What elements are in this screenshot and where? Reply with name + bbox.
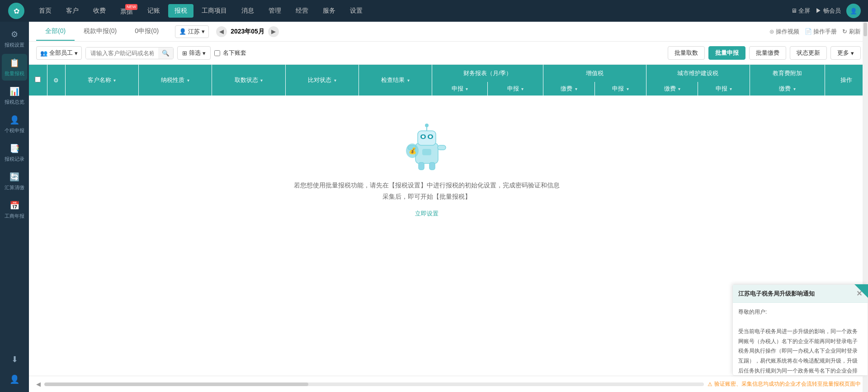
tax-summary-icon: 📊: [9, 86, 20, 97]
batch-fetch-button[interactable]: 批量取数: [668, 46, 705, 60]
filter-icon-check[interactable]: ▾: [407, 78, 410, 83]
th-check-result: 检查结果 ▾: [359, 65, 432, 96]
empty-message: 若您想使用批量报税功能，请先在【报税设置】中进行报税的初始化设置，完成密码验证和…: [291, 180, 562, 202]
next-month-button[interactable]: ▶: [268, 26, 279, 37]
tab-all[interactable]: 全部(0): [36, 23, 75, 41]
sidebar-label-annual-report: 工商年报: [5, 213, 24, 220]
sidebar-item-tax-records[interactable]: 📑 报税记录: [2, 139, 27, 166]
app-logo[interactable]: ✿: [7, 2, 25, 20]
svg-rect-1: [418, 131, 436, 145]
filter-icon-city-pay[interactable]: ▾: [678, 86, 680, 91]
sidebar-item-tax-summary[interactable]: 📊 报税总览: [2, 82, 27, 109]
filter-icon-compare[interactable]: ▾: [334, 78, 336, 83]
nav-settings[interactable]: 设置: [344, 4, 369, 18]
svg-rect-10: [419, 163, 424, 170]
filter-icon-fetch[interactable]: ▾: [260, 78, 263, 83]
nav-message[interactable]: 消息: [235, 4, 260, 18]
top-navigation: ✿ 首页 客户 收费 票据NEW 记账 报税 工商项目 消息 管理 经营 服务 …: [0, 0, 868, 22]
sidebar-item-download[interactable]: ⬇: [2, 350, 27, 368]
tab-tax-declaration[interactable]: 税款申报(0): [75, 23, 126, 41]
current-date: 2023年05月: [231, 28, 264, 36]
more-arrow-icon: ▾: [851, 50, 854, 57]
th-city-pay: 缴费 ▾: [646, 82, 698, 96]
filter-icon-fr-declare[interactable]: ▾: [466, 86, 468, 91]
horizontal-scrollbar[interactable]: [44, 382, 704, 386]
sidebar-bottom: ⬇ 👤: [2, 350, 27, 388]
account-checkbox[interactable]: [214, 50, 220, 56]
employee-selector[interactable]: 👥 全部员工 ▾: [36, 46, 82, 60]
sidebar-item-user[interactable]: 👤: [2, 370, 27, 388]
sidebar-item-reconcile[interactable]: 🔄 汇算清缴: [2, 168, 27, 195]
nav-billing[interactable]: 收费: [87, 4, 112, 18]
toolbar-right: 批量取数 批量申报 批量缴费 状态更新 更多 ▾: [668, 46, 861, 60]
bottom-bar: ◀ ⚠ 验证账密、采集信息均成功的企业才会流转至批量报税页面中: [29, 376, 868, 392]
nav-tax[interactable]: 报税: [168, 4, 193, 18]
nav-management[interactable]: 管理: [262, 4, 288, 18]
svg-rect-12: [422, 149, 431, 155]
search-button[interactable]: 🔍: [158, 48, 173, 59]
th-education-surcharge: 教育费附加: [750, 65, 825, 82]
date-navigation: ◀ 2023年05月 ▶: [216, 26, 279, 37]
batch-pay-button[interactable]: 批量缴费: [749, 46, 786, 60]
left-scroll-arrow[interactable]: ◀: [36, 381, 41, 387]
province-icon: 👤: [179, 28, 186, 35]
th-actions: 操作: [825, 65, 868, 96]
sidebar: ⚙ 报税设置 📋 批量报税 📊 报税总览 👤 个税申报 📑 报税记录 🔄 汇算清…: [0, 22, 29, 392]
filter-icon-type[interactable]: ▾: [187, 78, 189, 83]
batch-declare-button[interactable]: 批量申报: [708, 46, 745, 60]
tab-zero-declaration[interactable]: 0申报(0): [126, 23, 168, 41]
refresh-button[interactable]: ↻ 刷新: [842, 28, 861, 36]
setup-link[interactable]: 立即设置: [415, 210, 439, 218]
sidebar-item-batch-tax[interactable]: 📋 批量报税: [2, 54, 27, 81]
employee-label: 全部员工: [49, 49, 73, 57]
nav-menu: 首页 客户 收费 票据NEW 记账 报税 工商项目 消息 管理 经营 服务 设置: [33, 3, 791, 19]
filter-arrow: ▾: [203, 50, 206, 57]
filter-icon-client[interactable]: ▾: [113, 78, 116, 83]
nav-invoice[interactable]: 票据NEW: [114, 3, 139, 19]
svg-text:💰: 💰: [409, 147, 417, 155]
more-button[interactable]: 更多 ▾: [830, 46, 861, 60]
empty-state: 💰 若您想使用批量报税功能，请先在【报税设置】中进行报税的初始化设置，完成密码验…: [29, 96, 825, 245]
sidebar-label-tax-records: 报税记录: [5, 156, 24, 163]
select-all-checkbox[interactable]: [35, 76, 41, 82]
prev-month-button[interactable]: ◀: [216, 26, 227, 37]
status-update-button[interactable]: 状态更新: [790, 46, 827, 60]
nav-customer[interactable]: 客户: [60, 4, 85, 18]
filter-icon-edu-declare[interactable]: ▾: [730, 86, 732, 91]
sidebar-item-personal-tax[interactable]: 👤 个税申报: [2, 111, 27, 138]
fullscreen-button[interactable]: 🖥 全屏: [791, 7, 811, 15]
user-avatar[interactable]: 👤: [846, 4, 861, 18]
annual-report-icon: 📅: [9, 200, 20, 211]
province-selector[interactable]: 👤 江苏 ▾: [175, 25, 209, 38]
scroll-thumb: [44, 382, 308, 386]
filter-icon-vat-pay[interactable]: ▾: [575, 86, 577, 91]
filter-button[interactable]: ⊞ 筛选 ▾: [177, 46, 211, 60]
top-nav-right: 🖥 全屏 ▶ 畅会员 👤: [791, 4, 861, 18]
gear-icon[interactable]: ⚙: [53, 77, 59, 84]
tax-settings-icon: ⚙: [9, 29, 20, 40]
nav-biz[interactable]: 工商项目: [195, 4, 233, 18]
member-button[interactable]: ▶ 畅会员: [816, 7, 841, 15]
filter-icon-vat-declare[interactable]: ▾: [521, 86, 524, 91]
nav-home[interactable]: 首页: [33, 4, 58, 18]
personal-tax-icon: 👤: [9, 115, 20, 125]
filter-icon-edu-pay[interactable]: ▾: [793, 86, 796, 91]
nav-operations[interactable]: 经营: [289, 4, 315, 18]
account-checkbox-label[interactable]: 名下账套: [214, 49, 246, 57]
sidebar-item-annual-report[interactable]: 📅 工商年报: [2, 196, 27, 223]
nav-service[interactable]: 服务: [316, 4, 342, 18]
chevron-down-icon: ▾: [202, 28, 205, 35]
notification-header: 江苏电子税务局升级影响通知 ✕: [733, 285, 868, 303]
video-button[interactable]: ⊙ 操作视频: [769, 28, 799, 36]
nav-bookkeeping[interactable]: 记账: [141, 4, 166, 18]
account-checkbox-text: 名下账套: [223, 49, 246, 57]
manual-button[interactable]: 📄 操作手册: [805, 28, 837, 36]
search-input[interactable]: [86, 48, 158, 59]
sidebar-item-tax-settings[interactable]: ⚙ 报税设置: [2, 25, 27, 52]
filter-icon-city-declare[interactable]: ▾: [627, 86, 629, 91]
logo-icon: ✿: [8, 3, 24, 19]
th-financial-report: 财务报表（月/季）: [432, 65, 543, 82]
th-fetch-status: 取数状态 ▾: [212, 65, 285, 96]
user-icon: 👤: [9, 374, 20, 385]
tab-all-badge: (0): [58, 27, 66, 34]
